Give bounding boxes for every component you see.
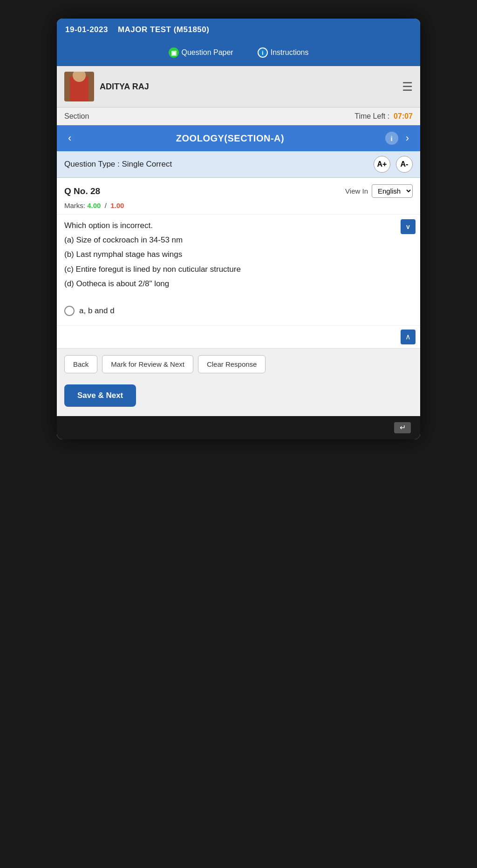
- section-timer: Section Time Left : 07:07: [57, 108, 420, 125]
- font-increase-button[interactable]: A+: [374, 156, 390, 173]
- mark-for-review-button[interactable]: Mark for Review & Next: [102, 355, 193, 373]
- question-area: Q No. 28 View In English Marks: 4.00 / 1…: [57, 178, 420, 348]
- question-paper-icon: ▣: [169, 47, 179, 58]
- back-indicator[interactable]: ↵: [394, 422, 411, 433]
- question-line-4: (c) Entire foregut is lined by non cutic…: [64, 263, 413, 276]
- save-next-row: Save & Next: [57, 380, 420, 416]
- tab-instructions[interactable]: i Instructions: [250, 45, 316, 61]
- user-name: ADITYA RAJ: [100, 82, 149, 92]
- section-prev-button[interactable]: ‹: [64, 132, 75, 144]
- bottom-bar: ↵: [57, 416, 420, 439]
- question-type-label: Question Type : Single Correct: [64, 160, 368, 169]
- question-line-1: Which option is incorrect.: [64, 219, 413, 232]
- language-select[interactable]: English: [372, 184, 413, 198]
- question-type-bar: Question Type : Single Correct A+ A-: [57, 151, 420, 178]
- user-left: ADITYA RAJ: [64, 72, 149, 101]
- instructions-icon: i: [258, 47, 268, 58]
- marks-row: Marks: 4.00 / 1.00: [57, 200, 420, 214]
- header-date: 19-01-2023: [65, 25, 108, 34]
- section-label: Section: [64, 112, 89, 121]
- section-next-button[interactable]: ›: [402, 132, 413, 144]
- time-left-label: Time Left :: [354, 112, 389, 120]
- save-next-button[interactable]: Save & Next: [64, 384, 136, 407]
- question-line-5: (d) Ootheca is about 2/8" long: [64, 277, 413, 290]
- header-date-title: 19-01-2023 MAJOR TEST (M51850): [65, 25, 209, 34]
- nav-tabs: ▣ Question Paper i Instructions: [57, 41, 420, 66]
- question-text: Which option is incorrect. (a) Size of c…: [64, 219, 413, 290]
- instructions-label: Instructions: [271, 48, 309, 57]
- bookmark-button[interactable]: v: [401, 219, 416, 234]
- question-line-2: (a) Size of cockroach in 34-53 nm: [64, 234, 413, 246]
- header-test-title: MAJOR TEST (M51850): [118, 25, 210, 34]
- scroll-top-area: ∧: [57, 325, 420, 348]
- hamburger-icon[interactable]: ☰: [402, 81, 413, 93]
- header-bar: 19-01-2023 MAJOR TEST (M51850): [57, 19, 420, 41]
- timer-label: Time Left : 07:07: [354, 112, 413, 121]
- view-in-row: View In English: [345, 184, 413, 198]
- section-title: ZOOLOGY(SECTION-A): [75, 133, 385, 144]
- avatar-figure: [70, 76, 89, 101]
- marks-positive: 4.00: [87, 202, 101, 209]
- section-selector: ‹ ZOOLOGY(SECTION-A) i ›: [57, 125, 420, 151]
- timer-value: 07:07: [394, 112, 413, 120]
- question-text-wrapper: v Which option is incorrect. (a) Size of…: [57, 214, 420, 296]
- clear-response-button[interactable]: Clear Response: [198, 355, 266, 373]
- user-row: ADITYA RAJ ☰: [57, 66, 420, 108]
- tab-question-paper[interactable]: ▣ Question Paper: [161, 45, 241, 61]
- phone-container: 19-01-2023 MAJOR TEST (M51850) ▣ Questio…: [57, 19, 420, 439]
- section-info-icon[interactable]: i: [385, 132, 398, 145]
- back-button[interactable]: Back: [64, 355, 97, 373]
- marks-negative: 1.00: [110, 202, 124, 209]
- option-radio-1[interactable]: [64, 306, 75, 316]
- action-buttons-row: Back Mark for Review & Next Clear Respon…: [57, 348, 420, 380]
- avatar: [64, 72, 94, 101]
- question-line-3: (b) Last nymphal stage has wings: [64, 248, 413, 261]
- view-in-label: View In: [345, 187, 368, 195]
- option-label-1: a, b and d: [79, 306, 115, 316]
- question-header: Q No. 28 View In English: [57, 178, 420, 200]
- question-paper-label: Question Paper: [182, 48, 233, 57]
- scroll-top-button[interactable]: ∧: [401, 330, 416, 344]
- options-area: a, b and d: [57, 296, 420, 325]
- question-number: Q No. 28: [64, 186, 100, 196]
- list-item[interactable]: a, b and d: [64, 301, 413, 321]
- font-decrease-button[interactable]: A-: [396, 156, 413, 173]
